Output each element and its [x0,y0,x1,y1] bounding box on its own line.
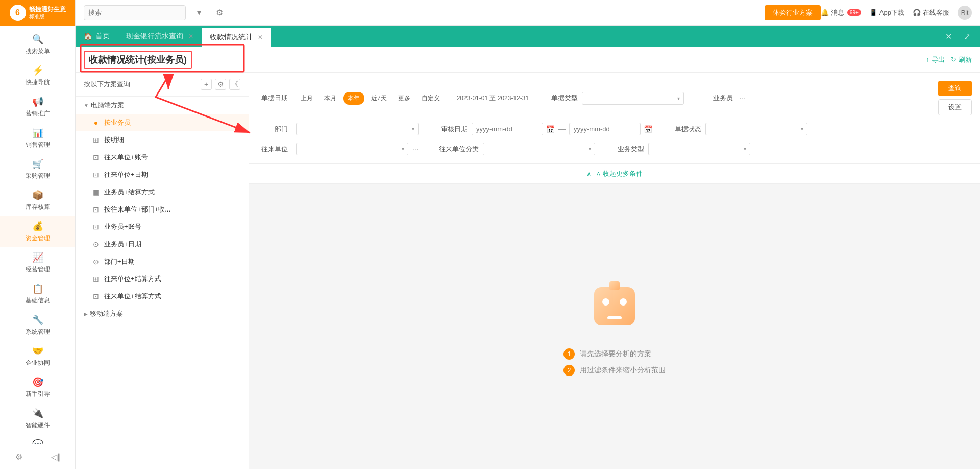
partner-category-label: 往来单位分类 [439,145,479,154]
sidebar-bottom: ⚙ ◁∥ [0,444,75,469]
sidebar-item-guide[interactable]: 🎯 新手引导 [0,371,75,403]
finance-icon: 💰 [32,221,43,232]
collapse-bar[interactable]: ∧ ∧ 收起更多条件 [249,164,980,184]
step-num-1: 1 [564,348,575,360]
sidebar-item-enterprise[interactable]: 🤝 企业协同 [0,340,75,371]
doc-type-select[interactable] [582,92,684,105]
download-icon: 📱 [869,9,877,16]
inventory-icon: 📦 [32,190,43,201]
sidebar-item-basic-info[interactable]: 📋 基础信息 [0,278,75,309]
scheme-item-dept-date[interactable]: ⊙ 部门+日期 [76,253,249,270]
scheme-item-by-detail[interactable]: ⊞ 按明细 [76,131,249,149]
sidebar-nav: 🔍 搜索菜单 ⚡ 快捷导航 📢 营销推广 📊 销售管理 🛒 采购管理 📦 库存核… [0,26,75,444]
scheme-settings-btn[interactable]: ⚙ [215,79,226,90]
export-btn[interactable]: ↑ 导出 [926,55,945,64]
sidebar-item-operations[interactable]: 📈 经营管理 [0,247,75,278]
tab-close-all-btn[interactable]: ✕ [941,29,955,43]
date-tab-custom[interactable]: 自定义 [417,92,445,105]
scheme-item-icon-5: ⊡ [92,205,100,214]
online-service-btn[interactable]: 🎧 在线客服 [913,8,949,17]
marketing-icon: 📢 [32,96,43,107]
basic-info-icon: 📋 [32,283,43,294]
tab-maximize-btn[interactable]: ⤢ [960,29,974,43]
scheme-item-partner-account[interactable]: ⊡ 往来单位+账号 [76,149,249,166]
notification-btn[interactable]: 🔔 消息 99+ [821,8,861,17]
scheme-add-btn[interactable]: + [201,79,212,90]
sidebar-item-inventory[interactable]: 📦 库存核算 [0,184,75,216]
empty-state: 1 请先选择要分析的方案 2 用过滤条件来缩小分析范围 [249,184,980,469]
sidebar-item-sales[interactable]: 📊 销售管理 [0,122,75,153]
scheme-item-icon-4: ▦ [92,188,100,196]
partner-category-select[interactable] [483,143,595,155]
partner-label: 往来单位 [257,145,288,154]
inventory-label: 库存核算 [26,203,50,212]
scheme-item-partner-dept[interactable]: ⊡ 按往来单位+部门+收... [76,201,249,218]
date-tab-last-month[interactable]: 上月 [296,92,317,105]
user-avatar-btn[interactable]: Rit [958,6,972,20]
salesperson-dots-btn[interactable]: ··· [737,94,747,102]
review-date-end[interactable] [569,123,641,135]
topbar-gear-btn[interactable]: ⚙ [212,6,227,20]
biz-type-select[interactable] [648,143,750,155]
date-tab-this-month[interactable]: 本月 [320,92,341,105]
smart-hw-icon: 🔌 [32,408,43,419]
sidebar-item-search-menu[interactable]: 🔍 搜索菜单 [0,29,75,60]
tab-bank-flow-close[interactable]: ✕ [188,33,193,40]
sidebar-settings-btn[interactable]: ⚙ [11,449,27,465]
system-label: 系统管理 [26,327,50,336]
partner-dots-btn[interactable]: ··· [410,145,421,153]
tab-collection-stats-close[interactable]: ✕ [258,34,263,41]
tab-home[interactable]: 🏠 首页 [76,26,118,47]
topbar-dropdown-btn[interactable]: ▾ [192,6,206,20]
query-btn[interactable]: 查询 [938,81,972,96]
doc-type-select-wrap: ▾ [582,92,684,105]
page-title-bar: 收款情况统计(按业务员) [76,47,249,73]
review-date-start[interactable] [472,123,543,135]
operations-icon: 📈 [32,252,43,263]
bell-icon: 🔔 [821,9,829,16]
scheme-item-by-salesperson[interactable]: ● 按业务员 [76,114,249,131]
sidebar-item-finance[interactable]: 💰 资金管理 [0,216,75,247]
sidebar-item-smart-hw[interactable]: 🔌 智能硬件 [0,403,75,434]
scheme-group-mobile-title[interactable]: ▶ 移动端方案 [76,305,249,322]
logo-text: 畅捷通好生意 标准版 [29,6,66,20]
filter-settings-btn[interactable]: 设置 [938,99,972,115]
scheme-item-salesperson-date[interactable]: ⊙ 业务员+日期 [76,236,249,253]
scheme-item-partner-settlement2[interactable]: ⊡ 往来单位+结算方式 [76,288,249,305]
scheme-item-salesperson-account[interactable]: ⊡ 业务员+账号 [76,218,249,236]
scheme-collapse-btn[interactable]: 《 [229,79,240,90]
date-label: 单据日期 [257,93,288,103]
scheme-group-desktop-title[interactable]: ▼ 电脑端方案 [76,97,249,114]
scheme-group-mobile: ▶ 移动端方案 [76,305,249,322]
scheme-item-partner-settlement[interactable]: ⊞ 往来单位+结算方式 [76,270,249,288]
date-range-value: 2023-01-01 至 2023-12-31 [457,94,529,103]
scheme-item-partner-date[interactable]: ⊡ 往来单位+日期 [76,166,249,183]
sidebar-item-quick-nav[interactable]: ⚡ 快捷导航 [0,60,75,91]
action-btn-group: 查询 设置 [938,81,972,115]
tab-collection-stats[interactable]: 收款情况统计 ✕ [202,28,271,47]
topbar-search-input[interactable] [84,5,186,20]
tab-bank-flow[interactable]: 现金银行流水查询 ✕ [118,26,202,47]
page-title: 收款情况统计(按业务员) [84,51,192,69]
app-download-btn[interactable]: 📱 App下载 [869,8,904,17]
review-date-end-calendar-icon[interactable]: 📅 [644,125,652,133]
tabbar-controls: ✕ ⤢ [941,29,980,43]
review-date-start-calendar-icon[interactable]: 📅 [546,125,555,133]
date-tab-last7[interactable]: 近7天 [366,92,391,105]
sidebar-collapse-btn[interactable]: ◁∥ [48,449,64,465]
partner-select[interactable] [296,143,408,155]
sidebar-item-system[interactable]: 🔧 系统管理 [0,309,75,340]
collapse-chevron-icon: ∧ [586,170,592,178]
sidebar-item-marketing[interactable]: 📢 营销推广 [0,91,75,122]
trial-btn[interactable]: 体验行业方案 [765,5,821,20]
date-tab-this-year[interactable]: 本年 [343,92,364,105]
sidebar-item-purchase[interactable]: 🛒 采购管理 [0,153,75,184]
refresh-btn[interactable]: ↻ 刷新 [951,55,972,64]
date-tab-more[interactable]: 更多 [394,92,415,105]
sidebar-item-wechat[interactable]: 💬 企业微信 [0,434,75,444]
scheme-item-salesperson-settlement[interactable]: ▦ 业务员+结算方式 [76,183,249,201]
scheme-item-icon-0: ● [92,119,100,127]
enterprise-icon: 🤝 [32,345,43,357]
doc-status-select[interactable] [705,123,807,135]
dept-select[interactable] [296,123,419,135]
